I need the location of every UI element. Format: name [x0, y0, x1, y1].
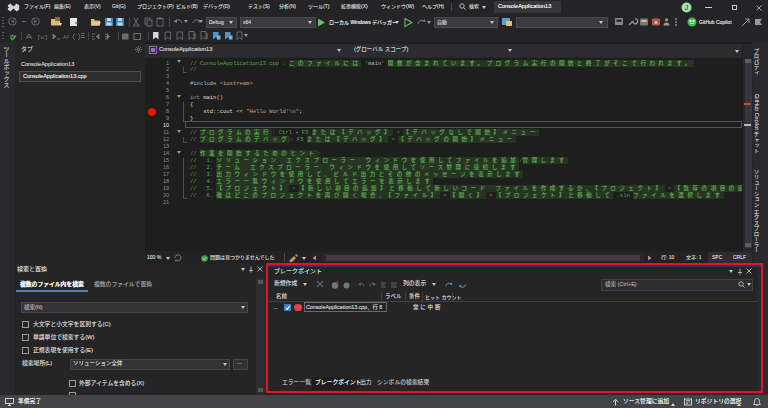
- svg-text:[o]: [o]: [37, 34, 48, 41]
- svg-text:A²: A²: [63, 34, 69, 40]
- svg-text:J: J: [685, 4, 689, 11]
